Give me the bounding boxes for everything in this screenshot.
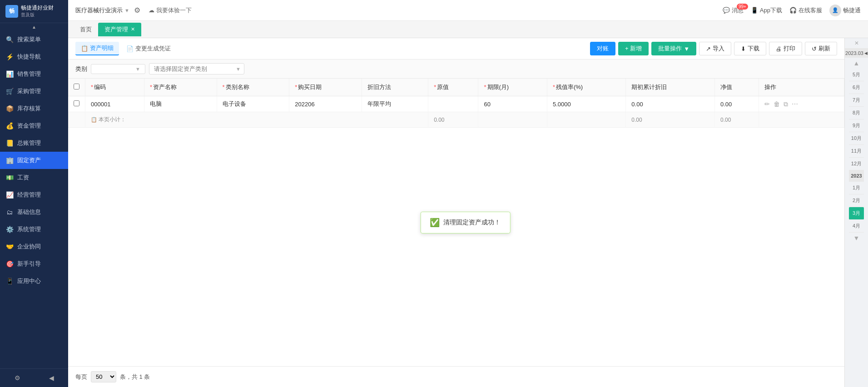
asset-category-input-wrap: ▼ [149,63,244,74]
tab-asset-management[interactable]: 资产管理 ✕ [98,23,141,36]
main-wrapper: 📋 资产明细 📄 变更生成凭证 对账 + 新增 批量操作 ▼ [68,38,868,387]
download-button[interactable]: ⬇ 下载 [734,42,766,55]
sidebar-item-enterprise[interactable]: 🤝企业协同 [0,238,68,255]
sidebar-item-guide[interactable]: 🎯新手引导 [0,255,68,273]
category-select[interactable]: ▼ [91,64,145,74]
timeline-item-10月[interactable]: 10月 [849,132,863,145]
success-checkmark-icon: ✅ [430,218,440,228]
timeline-close-btn[interactable]: ✕ [845,38,868,49]
sidebar-item-label-inventory: 库存核算 [17,104,41,113]
row-residual-rate: 5.0000 [547,96,625,112]
basic-icon: 🗂 [5,208,14,216]
refresh-button[interactable]: ↺ 刷新 [805,42,837,55]
edit-icon[interactable]: ✏ [764,100,770,108]
app-icon: 📱 [751,7,758,14]
delete-icon[interactable]: 🗑 [774,100,780,108]
sidebar-nav: 🔍搜索菜单⚡快捷导航📊销售管理🛒采购管理📦库存核算💰资金管理📒总账管理🏢固定资产… [0,31,68,368]
company-selector[interactable]: 医疗器械行业演示 ▼ [75,6,129,15]
row-purchase-date: 202206 [289,96,362,112]
import-button[interactable]: ↗ 导入 [699,42,731,55]
subtotal-label: 📋 本页小计： [85,112,428,128]
reconcile-button[interactable]: 对账 [590,42,615,55]
message-badge: 99+ [737,4,748,10]
tab-home[interactable]: 首页 [75,23,96,36]
sub-tab-change-voucher[interactable]: 📄 变更生成凭证 [121,42,176,55]
timeline-item-9月[interactable]: 9月 [849,119,863,132]
company-name: 医疗器械行业演示 [75,6,123,15]
asset-category-input[interactable] [149,63,244,74]
timeline-item-2023[interactable]: 2023 [849,170,863,182]
timeline-item-11月[interactable]: 11月 [849,145,863,158]
timeline-item-1月[interactable]: 1月 [849,182,863,194]
copy-icon[interactable]: ⧉ [784,100,788,108]
sidebar-item-system[interactable]: ⚙️系统管理 [0,221,68,238]
sidebar-item-assets[interactable]: 🏢固定资产 [0,152,68,169]
asset-table: *编码 *资产名称 *类别名称 *购买日期 折旧方法 *原值 *期限(月) *残… [68,79,844,128]
collapse-icon[interactable]: ◀ [45,372,58,383]
timeline-header[interactable]: 2023.03 ◀ [845,49,868,58]
message-btn[interactable]: 💬 消息 99+ [723,6,744,15]
timeline-item-7月[interactable]: 7月 [849,94,863,107]
timeline-item-8月[interactable]: 8月 [849,107,863,119]
tab-close-icon[interactable]: ✕ [131,26,135,32]
logo-sub: 普及版 [21,12,54,18]
timeline-item-6月[interactable]: 6月 [849,81,863,94]
select-all-checkbox[interactable] [74,84,79,89]
timeline-down-nav[interactable]: ▼ [852,233,862,243]
refresh-label: 刷新 [818,45,830,53]
guide-icon: 🎯 [5,260,14,268]
row-checkbox-0[interactable] [74,100,79,106]
sales-icon: 📊 [5,70,14,78]
subtotal-residual [547,112,625,128]
feedback-btn[interactable]: ☁ 我要体验一下 [149,6,192,15]
sidebar-item-label-payroll: 工资 [17,174,29,182]
refresh-icon: ↺ [812,45,817,52]
subtotal-actions [759,112,844,128]
sidebar-item-purchase[interactable]: 🛒采购管理 [0,83,68,100]
new-button[interactable]: + 新增 [618,42,649,55]
sidebar-item-inventory[interactable]: 📦库存核算 [0,100,68,117]
timeline-items: 5月6月7月8月9月10月11月12月20231月2月3月4月 [849,69,863,233]
finance-icon: 💰 [5,122,14,129]
action-buttons: 对账 + 新增 批量操作 ▼ ↗ 导入 ⬇ 下载 🖨 [590,42,837,55]
app-download-btn[interactable]: 📱 App下载 [751,6,782,15]
settings-gear-icon[interactable]: ⚙ [134,6,140,15]
sidebar-item-label-operations: 经营管理 [17,191,41,199]
sidebar-item-payroll[interactable]: 💵工资 [0,169,68,186]
more-icon[interactable]: ⋯ [792,100,798,108]
timeline-item-5月[interactable]: 5月 [849,69,863,81]
sidebar-item-finance[interactable]: 💰资金管理 [0,117,68,134]
sidebar-item-ledger[interactable]: 📒总账管理 [0,134,68,152]
per-page-select[interactable]: 102050100 [91,371,116,382]
th-actions: 操作 [759,79,844,96]
timeline-item-2月[interactable]: 2月 [849,194,863,207]
timeline-header-arrow: ◀ [864,51,868,55]
timeline-item-12月[interactable]: 12月 [849,158,863,170]
inventory-icon: 📦 [5,105,14,112]
customer-service-btn[interactable]: 🎧 在线客服 [789,6,822,15]
settings-icon[interactable]: ⚙ [11,372,24,383]
print-icon: 🖨 [776,45,782,52]
sub-tabs: 📋 资产明细 📄 变更生成凭证 [75,42,176,55]
download-label: 下载 [748,45,759,53]
timeline-item-4月[interactable]: 4月 [849,220,863,233]
subtotal-period [478,112,547,128]
timeline-up-nav[interactable]: ▲ [852,58,862,69]
sidebar-item-operations[interactable]: 📈经营管理 [0,186,68,203]
sub-tab-asset-detail[interactable]: 📋 资产明细 [75,42,119,55]
sidebar-item-apps[interactable]: 📱应用中心 [0,273,68,290]
import-label: 导入 [713,45,724,53]
timeline-item-3月[interactable]: 3月 [849,207,863,220]
user-profile[interactable]: 👤 畅捷通 [829,5,861,16]
sidebar-item-quicknav[interactable]: ⚡快捷导航 [0,48,68,65]
batch-ops-button[interactable]: 批量操作 ▼ [651,42,696,55]
table-container: *编码 *资产名称 *类别名称 *购买日期 折旧方法 *原值 *期限(月) *残… [68,79,844,366]
sidebar-item-search[interactable]: 🔍搜索菜单 [0,31,68,48]
sidebar-scroll-up[interactable]: ▲ [0,23,68,31]
print-label: 打印 [784,45,795,53]
sidebar-item-basic[interactable]: 🗂基础信息 [0,203,68,221]
print-button[interactable]: 🖨 打印 [769,42,802,55]
sidebar-item-sales[interactable]: 📊销售管理 [0,65,68,83]
username: 畅捷通 [843,6,861,15]
sidebar-bottom: ⚙ ◀ [0,368,68,387]
